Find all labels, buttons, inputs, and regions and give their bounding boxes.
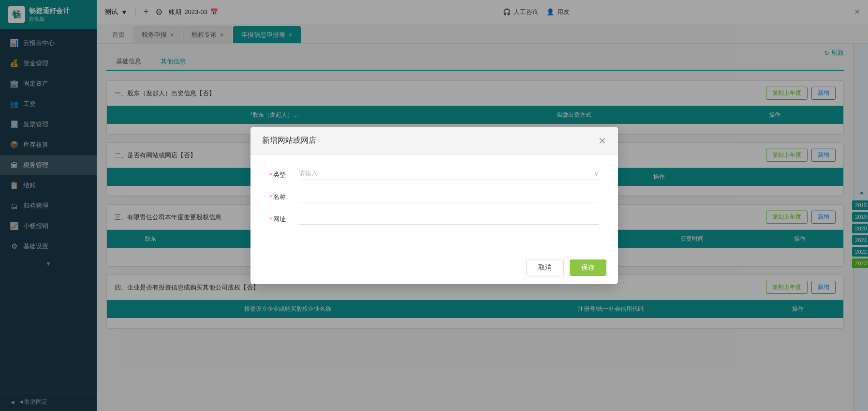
name-label-text: 名称 [273, 193, 286, 201]
url-label: * 网址 [270, 215, 299, 224]
url-field: * 网址 [270, 214, 599, 225]
cancel-button[interactable]: 取消 [526, 259, 564, 276]
name-label: * 名称 [270, 193, 299, 201]
save-button[interactable]: 保存 [570, 259, 606, 276]
type-input[interactable] [299, 169, 599, 177]
name-required-mark: * [270, 194, 272, 201]
dialog-header: 新增网站或网店 ✕ [250, 127, 618, 155]
dialog-title: 新增网站或网店 [262, 136, 316, 146]
type-dropdown-icon[interactable]: ∨ [594, 169, 599, 177]
url-required-mark: * [270, 216, 272, 223]
url-input[interactable] [299, 214, 599, 221]
type-label: * 类型 [270, 170, 299, 179]
dialog-overlay: 新增网站或网店 ✕ * 类型 ∨ * 名称 [0, 0, 868, 411]
dialog-footer: 取消 保存 [250, 251, 618, 284]
name-field: * 名称 [270, 192, 599, 202]
name-input-wrap [299, 192, 599, 202]
type-label-text: 类型 [273, 170, 286, 179]
url-label-text: 网址 [273, 215, 286, 224]
type-required-mark: * [270, 171, 272, 179]
type-input-wrap: ∨ [299, 169, 599, 180]
dialog-body: * 类型 ∨ * 名称 * [250, 155, 618, 251]
type-field: * 类型 ∨ [270, 169, 599, 180]
name-input[interactable] [299, 192, 599, 199]
url-input-wrap [299, 214, 599, 225]
dialog-close-button[interactable]: ✕ [598, 136, 606, 146]
add-website-dialog: 新增网站或网店 ✕ * 类型 ∨ * 名称 [250, 127, 618, 284]
